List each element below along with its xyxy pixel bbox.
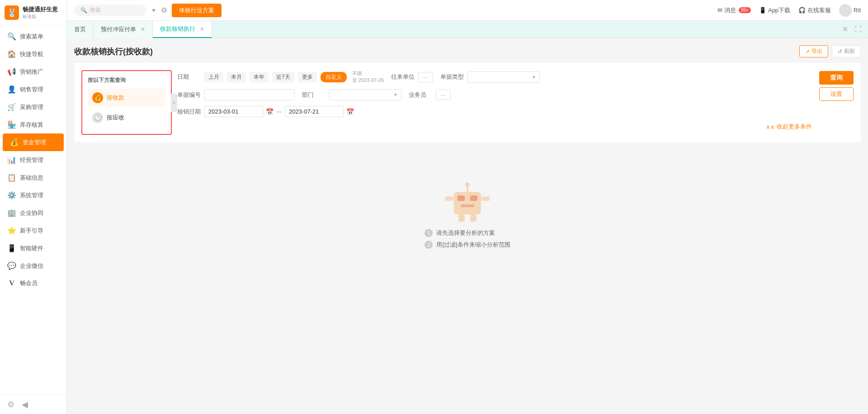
- app-download-item[interactable]: 📱 App下载: [759, 6, 790, 14]
- industry-solution-button[interactable]: 体验行业方案: [172, 4, 222, 17]
- dept-select-wrapper: ▼: [329, 89, 401, 100]
- dept-select[interactable]: [329, 89, 401, 100]
- filter-option-receivable[interactable]: 🕐 按应收: [88, 109, 165, 127]
- filter-option-receipt[interactable]: 💰 按收款: [88, 89, 165, 107]
- app-download-label: App下载: [768, 6, 790, 14]
- sidebar-item-guide[interactable]: ⭐ 新手引导: [0, 222, 66, 239]
- write-off-start-calendar-icon[interactable]: 📅: [266, 108, 274, 115]
- write-off-end-input[interactable]: [285, 106, 344, 117]
- empty-tip-2: 2 用[过滤]条件来缩小分析范围: [425, 241, 510, 249]
- collapse-filter-button[interactable]: «: [171, 94, 177, 112]
- enterprise-nav-icon: 🏢: [7, 209, 16, 217]
- receipt-option-icon: 💰: [92, 92, 103, 103]
- message-item[interactable]: ✉ 消息 99+: [717, 6, 751, 14]
- message-icon: ✉: [717, 7, 722, 14]
- sidebar-item-finance[interactable]: 💰 资金管理: [3, 133, 64, 151]
- sidebar-item-hardware[interactable]: 📱 智能硬件: [0, 239, 66, 257]
- topbar-gear-icon[interactable]: ⚙: [161, 6, 167, 14]
- page-content: 收款核销执行(按收款) ↗ 导出 ↺ 刷新 按以下方案查询 💰 按收款: [67, 38, 868, 414]
- collapse-more-button[interactable]: ∧∧ 收起更多条件: [177, 121, 812, 133]
- tab-close-icon[interactable]: ✕: [141, 26, 145, 33]
- topbar-search-box[interactable]: 🔍 搜索: [74, 5, 146, 16]
- doc-no-input[interactable]: [204, 89, 295, 100]
- tabs-bar: 首页 预付冲应付单 ✕ 收款核销执行 ✕ ✕ ⛶: [67, 21, 868, 38]
- sidebar-item-label: 畅会员: [20, 279, 38, 287]
- tab-maximize-icon[interactable]: ⛶: [853, 24, 863, 35]
- sidebar-item-business[interactable]: 📊 经营管理: [0, 151, 66, 169]
- sidebar-item-member[interactable]: V 畅会员: [0, 275, 66, 292]
- tab-close-window-icon[interactable]: ✕: [840, 23, 850, 35]
- settings-icon[interactable]: ⚙: [7, 400, 14, 409]
- date-custom-btn[interactable]: 自定义: [321, 72, 347, 82]
- user-profile[interactable]: Rit: [839, 4, 861, 17]
- collapse-up-icon: ∧∧: [766, 124, 775, 130]
- online-service-item[interactable]: 🎧 在线客服: [798, 6, 831, 14]
- sidebar-item-enterprise[interactable]: 🏢 企业协同: [0, 204, 66, 222]
- app-logo-text: 畅捷通好生意 标准版: [23, 6, 58, 19]
- tip-number-2: 2: [425, 241, 433, 249]
- sidebar-item-search[interactable]: 🔍 搜索菜单: [0, 28, 66, 45]
- purchase-nav-icon: 🛒: [7, 103, 16, 111]
- search-nav-icon: 🔍: [7, 32, 16, 41]
- salesperson-btn[interactable]: ···: [436, 90, 451, 100]
- tabs-right-icons: ✕ ⛶: [840, 23, 868, 35]
- sidebar-item-label: 新手引导: [20, 227, 43, 235]
- tab-write-off[interactable]: 收款核销执行 ✕: [153, 21, 212, 38]
- date-this-year-btn[interactable]: 本年: [250, 72, 269, 82]
- sidebar-item-inventory[interactable]: 🏪 库存核算: [0, 116, 66, 133]
- write-off-date-field: 核销日期 📅 — 📅: [177, 106, 354, 117]
- sidebar-item-purchase[interactable]: 🛒 采购管理: [0, 98, 66, 116]
- sidebar-item-label: 采购管理: [20, 103, 43, 111]
- app-name: 畅捷通好生意: [23, 6, 58, 14]
- export-label: 导出: [811, 48, 822, 55]
- topbar-dropdown-arrow[interactable]: ▼: [151, 7, 156, 14]
- salesperson-field: 业务员 ···: [409, 90, 451, 100]
- tab-label: 首页: [74, 25, 86, 33]
- sidebar-item-wechat[interactable]: 💬 企业微信: [0, 257, 66, 275]
- write-off-end-calendar-icon[interactable]: 📅: [346, 108, 354, 115]
- search-placeholder: 搜索: [90, 6, 101, 14]
- date-this-month-btn[interactable]: 本月: [227, 72, 246, 82]
- sidebar-item-label: 经营管理: [20, 156, 43, 164]
- empty-tip-1: 1 请先选择要分析的方案: [425, 229, 510, 237]
- date-last-month-btn[interactable]: 上月: [204, 72, 223, 82]
- tab-prepay[interactable]: 预付冲应付单 ✕: [94, 21, 153, 38]
- svg-rect-1: [458, 195, 465, 201]
- tab-close-active-icon[interactable]: ✕: [200, 26, 204, 32]
- date-7days-btn[interactable]: 近7天: [272, 72, 294, 82]
- svg-rect-7: [481, 196, 490, 201]
- date-filter-field: 日期 上月 本月 本年 近7天 更多 自定义 不限 至 2023-07-26: [177, 70, 384, 84]
- trading-party-label: 往来单位: [391, 73, 415, 81]
- refresh-button[interactable]: ↺ 刷新: [832, 45, 861, 57]
- sidebar-item-label: 搜索菜单: [20, 33, 43, 41]
- sales-nav-icon: 👤: [7, 85, 16, 94]
- receivable-option-label: 按应收: [107, 114, 124, 122]
- svg-rect-3: [461, 205, 474, 207]
- setting-button[interactable]: 设置: [819, 87, 854, 101]
- trading-party-btn[interactable]: ···: [418, 72, 433, 82]
- tab-home[interactable]: 首页: [67, 21, 94, 38]
- sidebar-item-quick-nav[interactable]: 🏠 快捷导航: [0, 45, 66, 63]
- sidebar-item-label: 销售管理: [20, 86, 43, 94]
- export-button[interactable]: ↗ 导出: [799, 45, 828, 57]
- app-download-icon: 📱: [759, 7, 766, 14]
- write-off-start-input[interactable]: [204, 106, 263, 117]
- tip-number-1: 1: [425, 229, 433, 237]
- sidebar-item-basic[interactable]: 📋 基础信息: [0, 169, 66, 186]
- date-more-btn[interactable]: 更多: [298, 72, 317, 82]
- doc-type-label: 单据类型: [440, 73, 464, 81]
- sidebar-item-label: 库存核算: [20, 121, 43, 129]
- doc-type-select[interactable]: [467, 71, 540, 83]
- message-badge: 99+: [739, 7, 751, 13]
- query-button[interactable]: 查询: [819, 71, 854, 85]
- sidebar-item-system[interactable]: ⚙️ 系统管理: [0, 186, 66, 204]
- sidebar-item-label: 企业微信: [20, 262, 43, 270]
- sidebar-bottom: ⚙ ◀: [0, 395, 66, 414]
- sidebar-item-sales[interactable]: 👤 销售管理: [0, 81, 66, 98]
- trading-party-field: 往来单位 ···: [391, 72, 433, 82]
- sidebar-item-label: 营销推广: [20, 68, 43, 76]
- empty-state: 1 请先选择要分析的方案 2 用[过滤]条件来缩小分析范围: [74, 142, 861, 285]
- collapse-sidebar-icon[interactable]: ◀: [22, 400, 28, 409]
- business-nav-icon: 📊: [7, 156, 16, 164]
- sidebar-item-marketing[interactable]: 📢 营销推广: [0, 63, 66, 81]
